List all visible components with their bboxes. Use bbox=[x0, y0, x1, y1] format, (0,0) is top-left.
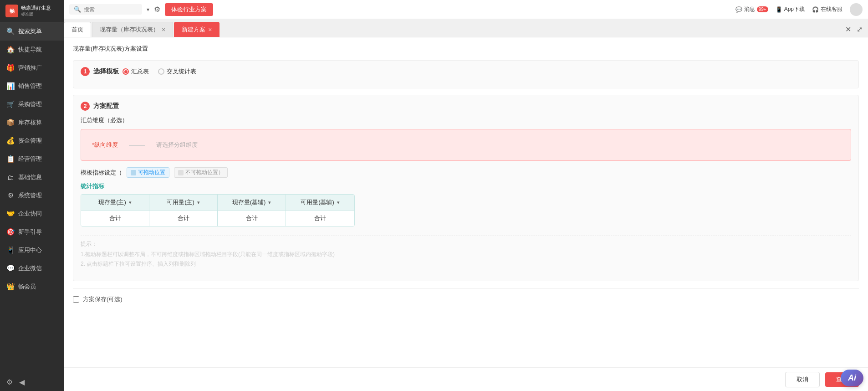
settings-icon[interactable]: ⚙ bbox=[6, 378, 13, 386]
sidebar-nav: 🔍 搜索菜单 🏠 快捷导航 🎁 营销推广 📊 销售管理 🛒 采购管理 📦 库存核… bbox=[0, 22, 64, 373]
sidebar-item-app-center[interactable]: 📱 应用中心 bbox=[0, 241, 64, 259]
stats-col-1-header[interactable]: 现存量(主) ▾ bbox=[81, 195, 149, 211]
stats-table: 现存量(主) ▾ 合计 可用量(主) ▾ 合计 bbox=[81, 194, 355, 226]
dimension-placeholder[interactable]: 请选择分组维度 bbox=[156, 141, 198, 149]
stats-table-header: 现存量(主) ▾ 合计 可用量(主) ▾ 合计 bbox=[81, 195, 354, 226]
stats-col-4-body: 合计 bbox=[286, 211, 354, 226]
save-checkbox[interactable] bbox=[73, 296, 79, 303]
sidebar-item-member[interactable]: 👑 畅会员 bbox=[0, 278, 64, 296]
indicator-settings-label: 模板指标设定（ 可拖动位置 不可拖动位置） bbox=[81, 167, 851, 178]
tab-new-scheme-label: 新建方案 bbox=[182, 26, 205, 34]
app-download-btn[interactable]: 📱 App下载 bbox=[776, 5, 805, 13]
tab-new-scheme[interactable]: 新建方案 × bbox=[174, 22, 220, 37]
stats-col-3-body: 合计 bbox=[218, 211, 286, 226]
stats-section: 统计指标 现存量(主) ▾ 合计 bbox=[81, 182, 851, 228]
sidebar-item-operations[interactable]: 📋 经营管理 bbox=[0, 150, 64, 168]
sidebar-item-marketing[interactable]: 🎁 营销推广 bbox=[0, 59, 64, 77]
sidebar-item-label: 基础信息 bbox=[18, 173, 42, 181]
sidebar-item-label: 销售管理 bbox=[18, 82, 42, 90]
chart-icon: 📊 bbox=[6, 82, 15, 90]
tab-new-scheme-close-icon[interactable]: × bbox=[208, 26, 212, 33]
topbar-dropdown-icon[interactable]: ▾ bbox=[147, 6, 149, 13]
collapse-icon[interactable]: ◀ bbox=[19, 378, 25, 386]
stats-col-1: 现存量(主) ▾ 合计 bbox=[81, 195, 149, 226]
stats-col-4: 可用量(基辅) ▾ 合计 bbox=[286, 195, 354, 226]
search-input[interactable] bbox=[84, 6, 129, 13]
topbar-right: 💬 消息 99+ 📱 App下载 🎧 在线客服 bbox=[735, 3, 863, 16]
cart-icon: 🛒 bbox=[6, 100, 15, 108]
stats-title: 统计指标 bbox=[81, 182, 851, 190]
stats-col-4-header[interactable]: 可用量(基辅) ▾ bbox=[286, 195, 354, 211]
sidebar-item-label: 库存核算 bbox=[18, 118, 42, 127]
chevron-down-icon[interactable]: ▾ bbox=[129, 200, 132, 206]
sidebar-item-wechat[interactable]: 💬 企业微信 bbox=[0, 259, 64, 278]
sidebar-item-label: 企业微信 bbox=[18, 264, 42, 273]
step2-header: 2 方案配置 bbox=[81, 102, 851, 111]
crown-icon: 👑 bbox=[6, 283, 15, 291]
stats-col-1-label: 现存量(主) bbox=[98, 198, 126, 206]
close-window-icon[interactable]: ✕ bbox=[843, 23, 853, 36]
topbar-gear-icon[interactable]: ⚙ bbox=[154, 5, 160, 14]
online-service-btn[interactable]: 🎧 在线客服 bbox=[812, 5, 842, 13]
non-draggable-tag: 不可拖动位置） bbox=[174, 167, 228, 178]
step2-section: 2 方案配置 汇总维度（必选） *纵向维度 —— 请选择分组维度 模板指标设定（ bbox=[73, 95, 859, 281]
user-avatar[interactable] bbox=[850, 3, 863, 16]
sidebar-item-purchase[interactable]: 🛒 采购管理 bbox=[0, 95, 64, 113]
vertical-dim-label: *纵向维度 bbox=[92, 141, 118, 149]
step1-title: 选择模板 bbox=[93, 67, 119, 76]
search-nav-icon: 🔍 bbox=[6, 27, 15, 36]
tabbar: 首页 现存量（库存状况表） × 新建方案 × ✕ ⤢ bbox=[64, 19, 868, 37]
sidebar: 畅 畅康通好生意 标准版 🔍 搜索菜单 🏠 快捷导航 🎁 营销推广 📊 销售管理… bbox=[0, 0, 64, 391]
save-section: 方案保存(可选) bbox=[73, 288, 859, 304]
sidebar-item-newbie[interactable]: 🎯 新手引导 bbox=[0, 223, 64, 241]
box-icon: 📦 bbox=[6, 118, 15, 127]
handshake-icon: 🤝 bbox=[6, 210, 15, 218]
radio-summary[interactable]: 汇总表 bbox=[123, 67, 149, 76]
chat-icon: 💬 bbox=[6, 264, 15, 273]
app-name: 畅康通好生意 bbox=[21, 5, 51, 11]
sidebar-item-sales[interactable]: 📊 销售管理 bbox=[0, 77, 64, 95]
chevron-down-icon-3[interactable]: ▾ bbox=[268, 200, 271, 206]
sidebar-item-label: 畅会员 bbox=[18, 283, 36, 291]
expand-window-icon[interactable]: ⤢ bbox=[855, 23, 864, 36]
tab-inventory[interactable]: 现存量（库存状况表） × bbox=[92, 22, 173, 37]
ai-badge[interactable]: Ai bbox=[841, 370, 863, 386]
page-title: 现存量(库存状况表)方案设置 bbox=[73, 45, 859, 53]
sidebar-item-inventory[interactable]: 📦 库存核算 bbox=[0, 113, 64, 132]
sidebar-item-label: 搜索菜单 bbox=[18, 27, 42, 36]
stats-col-1-body: 合计 bbox=[81, 211, 149, 226]
stats-col-2-header[interactable]: 可用量(主) ▾ bbox=[149, 195, 217, 211]
phone-icon: 📱 bbox=[776, 6, 782, 13]
tab-home[interactable]: 首页 bbox=[64, 22, 91, 37]
sidebar-item-enterprise[interactable]: 🤝 企业协同 bbox=[0, 205, 64, 223]
chevron-down-icon-4[interactable]: ▾ bbox=[337, 200, 340, 206]
radio-cross[interactable]: 交叉统计表 bbox=[158, 67, 196, 76]
sidebar-item-finance[interactable]: 💰 资金管理 bbox=[0, 132, 64, 150]
trial-industry-button[interactable]: 体验行业方案 bbox=[165, 3, 213, 16]
sidebar-item-system[interactable]: ⚙ 系统管理 bbox=[0, 186, 64, 205]
sidebar-item-label: 系统管理 bbox=[18, 191, 42, 200]
sidebar-item-basic-info[interactable]: 🗂 基础信息 bbox=[0, 168, 64, 186]
sidebar-item-label: 应用中心 bbox=[18, 246, 42, 254]
chevron-down-icon-2[interactable]: ▾ bbox=[197, 200, 200, 206]
folder-icon: 🗂 bbox=[6, 173, 15, 181]
app-edition: 标准版 bbox=[21, 11, 51, 17]
sidebar-item-search[interactable]: 🔍 搜索菜单 bbox=[0, 22, 64, 41]
tips-item-1: 1.拖动标题栏可以调整布局，不可跨维度或指标区域拖动栏目字段(只能在同一维度或指… bbox=[81, 251, 851, 258]
sidebar-item-quicknav[interactable]: 🏠 快捷导航 bbox=[0, 41, 64, 59]
logo-icon: 畅 bbox=[5, 5, 18, 17]
template-radio-group: 汇总表 交叉统计表 bbox=[123, 67, 196, 76]
sidebar-item-label: 快捷导航 bbox=[18, 46, 42, 54]
stats-col-2-body: 合计 bbox=[149, 211, 217, 226]
save-label: 方案保存(可选) bbox=[83, 295, 123, 304]
message-area[interactable]: 💬 消息 99+ bbox=[735, 5, 768, 13]
radio-summary-label: 汇总表 bbox=[131, 67, 149, 76]
gift-icon: 🎁 bbox=[6, 64, 15, 72]
tab-inventory-close-icon[interactable]: × bbox=[162, 26, 165, 33]
dimension-area: *纵向维度 —— 请选择分组维度 bbox=[81, 129, 851, 161]
stats-col-3-header[interactable]: 现存量(基辅) ▾ bbox=[218, 195, 286, 211]
cancel-button[interactable]: 取消 bbox=[785, 372, 820, 387]
radio-cross-label: 交叉统计表 bbox=[167, 67, 196, 76]
sidebar-item-label: 资金管理 bbox=[18, 137, 42, 145]
radio-summary-circle bbox=[123, 68, 129, 75]
